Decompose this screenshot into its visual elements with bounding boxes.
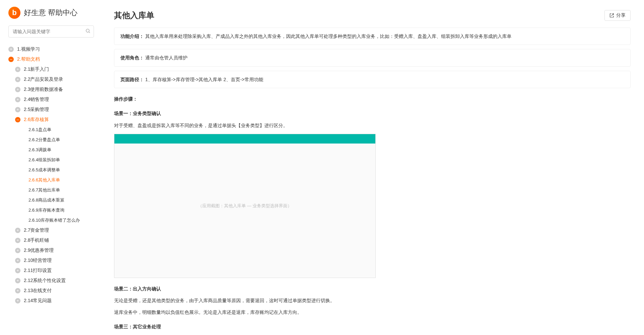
nav-item-2-6-5[interactable]: 2.6.5成本调整单	[8, 165, 94, 175]
search-box	[8, 25, 94, 38]
nav-item-2-9[interactable]: 2.9优惠券管理	[8, 245, 94, 256]
nav-item-2-8[interactable]: 2.8手机旺铺	[8, 235, 94, 245]
nav-item-2-6-2[interactable]: 2.6.2分量盘点单	[8, 135, 94, 145]
nav-label: 2.6.8商品成本重算	[29, 197, 64, 203]
nav-label: 1.视频学习	[17, 46, 40, 52]
nav-item-helpdocs[interactable]: 2.帮助文档	[8, 54, 94, 64]
nav-label: 2.4销售管理	[24, 97, 49, 103]
expand-icon	[15, 258, 20, 263]
nav-label: 2.12系统个性化设置	[24, 278, 66, 284]
nav-item-2-4[interactable]: 2.4销售管理	[8, 95, 94, 105]
nav-label: 2.6.1盘点单	[29, 127, 51, 133]
search-input[interactable]	[8, 25, 94, 38]
nav-tree: 1.视频学习 2.帮助文档 2.1新手入门 2.2产品安装及登录 2.3使用前数…	[8, 44, 94, 306]
nav-item-2-7[interactable]: 2.7资金管理	[8, 225, 94, 235]
nav-label: 2.6.3调拨单	[29, 147, 51, 153]
share-button[interactable]: 分享	[604, 10, 631, 21]
scene3-title: 场景三：其它业务处理	[114, 323, 631, 331]
path-label: 页面路径：	[120, 77, 144, 82]
embedded-screenshot: （应用截图：其他入库单 — 业务类型选择界面）	[114, 134, 376, 278]
main-content: 其他入库单 分享 功能介绍：其他入库单用来处理除采购入库、产成品入库之外的其他入…	[101, 0, 644, 335]
path-box: 页面路径：1、库存核算->库存管理->其他入库单 2、首页->常用功能	[114, 71, 631, 88]
collapse-icon	[8, 57, 14, 62]
nav-label: 2.6.6其他入库单	[29, 177, 60, 183]
nav-label: 2.6.7其他出库单	[29, 187, 60, 193]
scene2-title: 场景二：出入方向确认	[114, 285, 631, 293]
intro-label: 功能介绍：	[120, 34, 144, 39]
nav-item-2-6-7[interactable]: 2.6.7其他出库单	[8, 185, 94, 195]
expand-icon	[15, 288, 20, 293]
nav-item-2-13[interactable]: 2.13在线支付	[8, 286, 94, 296]
nav-item-2-6-10[interactable]: 2.6.10库存账本错了怎么办	[8, 215, 94, 225]
path-text: 1、库存核算->库存管理->其他入库单 2、首页->常用功能	[145, 77, 263, 82]
svg-line-1	[89, 32, 90, 33]
content-body: 操作步骤： 场景一：业务类型确认 对于受赠、盘盈或是拆装入库等不同的业务，是通过…	[114, 95, 631, 335]
nav-label: 2.帮助文档	[17, 56, 40, 62]
screenshot-topbar	[114, 134, 375, 144]
nav-item-2-5[interactable]: 2.5采购管理	[8, 105, 94, 115]
nav-item-2-6[interactable]: 2.6库存核算	[8, 115, 94, 125]
svg-point-0	[86, 29, 89, 32]
nav-label: 2.14常见问题	[24, 298, 52, 304]
nav-item-2-11[interactable]: 2.11打印设置	[8, 266, 94, 276]
sidebar: b 好生意 帮助中心 1.视频学习 2.帮助文档 2.1新手入门 2.2产品安装…	[0, 0, 101, 335]
nav-label: 2.7资金管理	[24, 227, 49, 233]
nav-item-2-1[interactable]: 2.1新手入门	[8, 64, 94, 74]
nav-item-2-6-4[interactable]: 2.6.4组装拆卸单	[8, 155, 94, 165]
share-label: 分享	[616, 12, 626, 18]
share-icon	[609, 13, 614, 18]
expand-icon	[15, 97, 20, 102]
nav-item-2-6-3[interactable]: 2.6.3调拨单	[8, 145, 94, 155]
nav-label: 2.6.9库存账本查询	[29, 207, 64, 213]
nav-label: 2.6.2分量盘点单	[29, 137, 60, 143]
nav-label: 2.13在线支付	[24, 288, 52, 294]
role-label: 使用角色：	[120, 55, 144, 60]
scene1-title: 场景一：业务类型确认	[114, 109, 631, 118]
nav-label: 2.6.10库存账本错了怎么办	[29, 217, 80, 223]
nav-label: 2.5采购管理	[24, 107, 49, 113]
nav-label: 2.10经营管理	[24, 258, 52, 264]
steps-label: 操作步骤：	[114, 95, 631, 103]
nav-item-2-6-1[interactable]: 2.6.1盘点单	[8, 125, 94, 135]
nav-label: 2.11打印设置	[24, 268, 52, 274]
nav-label: 2.6库存核算	[24, 117, 49, 123]
nav-item-video[interactable]: 1.视频学习	[8, 44, 94, 54]
page-title: 其他入库单	[114, 10, 154, 21]
expand-icon	[15, 77, 20, 82]
nav-item-2-6-6[interactable]: 2.6.6其他入库单	[8, 175, 94, 185]
brand-title: 好生意 帮助中心	[24, 8, 77, 18]
intro-text: 其他入库单用来处理除采购入库、产成品入库之外的其他入库业务，因此其他入库单可处理…	[145, 34, 512, 39]
expand-icon	[8, 47, 14, 52]
nav-item-2-6-8[interactable]: 2.6.8商品成本重算	[8, 195, 94, 205]
scene2-text1: 无论是受赠，还是其他类型的业务，由于入库商品质量等原因，需要退回，这时可通过单据…	[114, 296, 631, 305]
nav-label: 2.6.5成本调整单	[29, 167, 60, 173]
expand-icon	[15, 107, 20, 112]
nav-item-2-10[interactable]: 2.10经营管理	[8, 256, 94, 266]
nav-item-2-12[interactable]: 2.12系统个性化设置	[8, 276, 94, 286]
collapse-icon	[15, 117, 20, 122]
nav-item-2-14[interactable]: 2.14常见问题	[8, 296, 94, 306]
brand-row: b 好生意 帮助中心	[8, 7, 94, 19]
expand-icon	[15, 228, 20, 233]
scene2-text2: 退库业务中，明细数量均以负值红色展示。无论是入库还是退库，库存账均记在入库方向。	[114, 308, 631, 317]
expand-icon	[15, 278, 20, 283]
nav-item-2-2[interactable]: 2.2产品安装及登录	[8, 74, 94, 85]
expand-icon	[15, 238, 20, 243]
expand-icon	[15, 248, 20, 253]
nav-label: 2.2产品安装及登录	[24, 76, 63, 82]
nav-label: 2.3使用前数据准备	[24, 87, 63, 93]
page-header: 其他入库单 分享	[114, 10, 631, 21]
nav-label: 2.8手机旺铺	[24, 237, 49, 243]
nav-label: 2.6.4组装拆卸单	[29, 157, 60, 163]
nav-label: 2.9优惠券管理	[24, 247, 54, 254]
expand-icon	[15, 298, 20, 303]
nav-item-2-3[interactable]: 2.3使用前数据准备	[8, 85, 94, 95]
nav-label: 2.1新手入门	[24, 66, 49, 72]
expand-icon	[15, 87, 20, 92]
role-text: 通常由仓管人员维护	[145, 55, 187, 60]
search-icon[interactable]	[85, 28, 91, 35]
role-box: 使用角色：通常由仓管人员维护	[114, 49, 631, 66]
nav-item-2-6-9[interactable]: 2.6.9库存账本查询	[8, 205, 94, 215]
intro-box: 功能介绍：其他入库单用来处理除采购入库、产成品入库之外的其他入库业务，因此其他入…	[114, 27, 631, 45]
scene1-text: 对于受赠、盘盈或是拆装入库等不同的业务，是通过单据头【业务类型】进行区分。	[114, 121, 631, 130]
